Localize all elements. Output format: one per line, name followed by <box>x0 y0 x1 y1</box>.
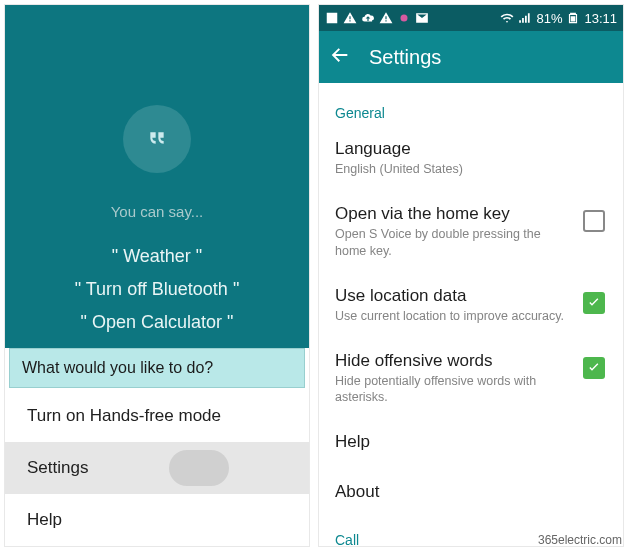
setting-language-title: Language <box>335 139 573 159</box>
section-header-general: General <box>335 105 607 121</box>
settings-list[interactable]: General Language English (United States)… <box>319 83 623 546</box>
svoice-screen: You can say... " Weather " " Turn off Bl… <box>4 4 310 547</box>
setting-location-title: Use location data <box>335 286 573 306</box>
you-can-say-label: You can say... <box>111 203 204 220</box>
quote-icon <box>123 105 191 173</box>
setting-help[interactable]: Help <box>335 432 607 452</box>
setting-home-key-title: Open via the home key <box>335 204 573 224</box>
menu-item-handsfree[interactable]: Turn on Hands-free mode <box>5 390 309 442</box>
app-bar: Settings <box>319 31 623 83</box>
suggestion-calculator: " Open Calculator " <box>81 312 234 333</box>
battery-percent: 81% <box>536 11 562 26</box>
mail-icon <box>415 11 429 25</box>
warning-icon <box>343 11 357 25</box>
setting-language[interactable]: Language English (United States) <box>335 139 607 178</box>
setting-language-sub: English (United States) <box>335 161 573 178</box>
settings-screen: 81% 13:11 Settings General Language Engl… <box>318 4 624 547</box>
context-menu: Turn on Hands-free mode Settings Help <box>5 388 309 546</box>
setting-offensive-sub: Hide potentially offensive words with as… <box>335 373 573 407</box>
setting-home-key-sub: Open S Voice by double pressing the home… <box>335 226 573 260</box>
suggestion-bluetooth: " Turn off Bluetooth " <box>75 279 240 300</box>
svg-point-0 <box>401 15 408 22</box>
setting-offensive[interactable]: Hide offensive words Hide potentially of… <box>335 351 607 407</box>
wifi-icon <box>500 11 514 25</box>
status-system-icons: 81% 13:11 <box>500 11 617 26</box>
setting-location[interactable]: Use location data Use current location t… <box>335 286 607 325</box>
suggestion-weather: " Weather " <box>112 246 202 267</box>
watermark: 365electric.com <box>538 533 622 547</box>
home-key-checkbox[interactable] <box>583 210 605 232</box>
status-notification-icons <box>325 11 429 25</box>
cloud-upload-icon <box>361 11 375 25</box>
location-checkbox[interactable] <box>583 292 605 314</box>
signal-icon <box>518 11 532 25</box>
svg-rect-1 <box>571 16 576 21</box>
setting-location-sub: Use current location to improve accuracy… <box>335 308 573 325</box>
menu-item-settings-label: Settings <box>27 458 88 477</box>
menu-item-settings[interactable]: Settings <box>5 442 309 494</box>
setting-offensive-title: Hide offensive words <box>335 351 573 371</box>
battery-icon <box>566 11 580 25</box>
setting-about[interactable]: About <box>335 482 607 502</box>
back-button[interactable] <box>329 44 351 70</box>
menu-item-help[interactable]: Help <box>5 494 309 546</box>
check-icon <box>586 295 602 311</box>
warning-icon <box>379 11 393 25</box>
touch-ripple <box>169 450 229 486</box>
setting-home-key[interactable]: Open via the home key Open S Voice by do… <box>335 204 607 260</box>
image-icon <box>325 11 339 25</box>
voice-prompt-input[interactable]: What would you like to do? <box>9 348 305 388</box>
voice-hero: You can say... " Weather " " Turn off Bl… <box>5 5 309 348</box>
status-time: 13:11 <box>584 11 617 26</box>
offensive-checkbox[interactable] <box>583 357 605 379</box>
circle-icon <box>397 11 411 25</box>
check-icon <box>586 360 602 376</box>
arrow-left-icon <box>329 44 351 66</box>
status-bar: 81% 13:11 <box>319 5 623 31</box>
page-title: Settings <box>369 46 441 69</box>
